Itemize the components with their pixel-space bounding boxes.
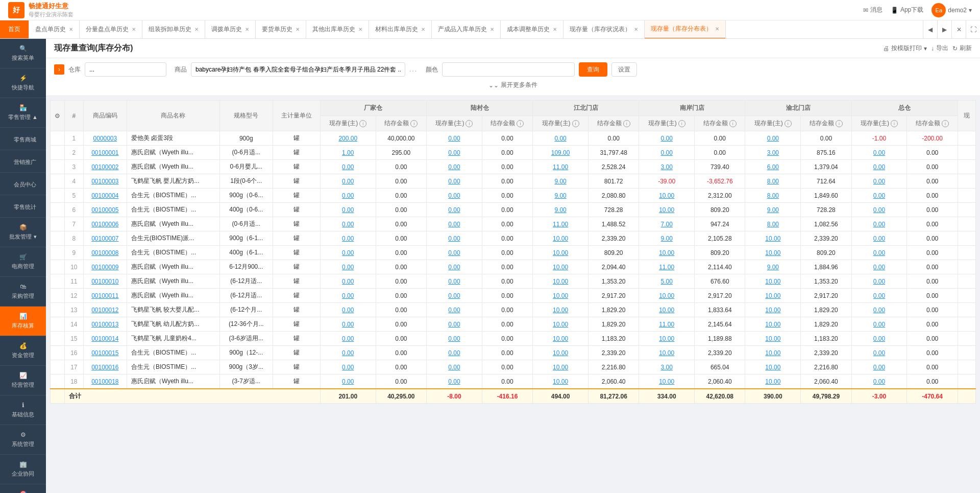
- tab-home[interactable]: 首页: [0, 20, 29, 39]
- row-na-qty[interactable]: 11.00: [639, 317, 695, 332]
- refresh-btn[interactable]: ↻ 刷新: [952, 44, 972, 53]
- row-l-qty[interactable]: 0.00: [426, 332, 482, 346]
- tab-chengbentiao[interactable]: 成本调整单历史 ✕: [501, 20, 564, 39]
- sidebar-item-purchase[interactable]: 🛍 采购管理: [0, 277, 46, 307]
- messages-btn[interactable]: ✉ 消息: [863, 6, 883, 14]
- tab-diaobo[interactable]: 调拨单历史 ✕: [205, 20, 256, 39]
- row-l-qty[interactable]: 0.00: [426, 146, 482, 160]
- row-t-qty[interactable]: 0.00: [851, 146, 907, 160]
- row-t-qty[interactable]: 0.00: [851, 346, 907, 360]
- print-btn[interactable]: 🖨 按模版打印 ▾: [883, 44, 927, 53]
- export-btn[interactable]: ↓ 导出: [931, 44, 948, 53]
- close-icon[interactable]: ✕: [132, 27, 136, 32]
- info-icon[interactable]: i: [359, 120, 366, 127]
- row-na-qty[interactable]: 7.00: [639, 217, 695, 231]
- row-l-qty[interactable]: 0.00: [426, 174, 482, 189]
- tab-pandian[interactable]: 盘点单历史 ✕: [29, 20, 80, 39]
- row-na-qty[interactable]: -39.00: [639, 174, 695, 189]
- row-na-qty[interactable]: 0.00: [639, 131, 695, 146]
- row-jb-qty[interactable]: 9.00: [533, 174, 589, 189]
- row-t-qty[interactable]: 0.00: [851, 189, 907, 203]
- info-icon[interactable]: i: [678, 120, 685, 127]
- row-code[interactable]: 00100013: [83, 317, 127, 332]
- row-jb-qty[interactable]: 0.00: [533, 131, 589, 146]
- close-icon[interactable]: ✕: [715, 26, 719, 32]
- row-t-qty[interactable]: 0.00: [851, 374, 907, 389]
- row-code[interactable]: 00100008: [83, 246, 127, 260]
- row-na-qty[interactable]: 10.00: [639, 189, 695, 203]
- close-icon[interactable]: ✕: [553, 27, 557, 32]
- color-select[interactable]: [442, 62, 575, 77]
- row-na-qty[interactable]: 0.00: [639, 146, 695, 160]
- row-jb-qty[interactable]: 10.00: [533, 274, 589, 289]
- tab-kucunzhuang[interactable]: 现存量（库存状况表） ✕: [564, 20, 645, 39]
- row-jb-qty[interactable]: 10.00: [533, 317, 589, 332]
- row-l-qty[interactable]: 0.00: [426, 374, 482, 389]
- row-f-qty[interactable]: 200.00: [320, 131, 376, 146]
- row-jb-qty[interactable]: 10.00: [533, 360, 589, 374]
- tab-close-all-btn[interactable]: ✕: [951, 20, 966, 39]
- row-yb-qty[interactable]: 8.00: [745, 217, 801, 231]
- row-na-qty[interactable]: 9.00: [639, 231, 695, 246]
- row-code[interactable]: 00100016: [83, 360, 127, 374]
- row-t-qty[interactable]: 0.00: [851, 160, 907, 174]
- sidebar-item-retail-mgr[interactable]: 🏪 零售管理 ▲: [0, 98, 46, 128]
- row-l-qty[interactable]: 0.00: [426, 189, 482, 203]
- row-na-qty[interactable]: 10.00: [639, 289, 695, 303]
- row-t-qty[interactable]: 0.00: [851, 231, 907, 246]
- user-menu[interactable]: Ea demo2 ▾: [932, 3, 972, 17]
- info-icon[interactable]: i: [517, 120, 524, 127]
- row-jb-qty[interactable]: 9.00: [533, 203, 589, 217]
- info-icon[interactable]: i: [942, 120, 949, 127]
- row-l-qty[interactable]: 0.00: [426, 317, 482, 332]
- tab-cailiaochu[interactable]: 材料出库单历史 ✕: [369, 20, 432, 39]
- info-icon[interactable]: i: [785, 120, 792, 127]
- info-icon[interactable]: i: [729, 120, 737, 127]
- close-icon[interactable]: ✕: [69, 27, 73, 32]
- sidebar-item-operation[interactable]: 📈 经营管理: [0, 366, 46, 395]
- row-yb-qty[interactable]: 3.00: [745, 146, 801, 160]
- row-f-qty[interactable]: 0.00: [320, 360, 376, 374]
- expand-filter-btn[interactable]: ⌄⌄ 展开更多条件: [488, 81, 537, 89]
- row-f-qty[interactable]: 0.00: [320, 274, 376, 289]
- row-yb-qty[interactable]: 0.00: [745, 131, 801, 146]
- row-l-qty[interactable]: 0.00: [426, 217, 482, 231]
- row-code[interactable]: 00100004: [83, 189, 127, 203]
- close-icon[interactable]: ✕: [296, 27, 300, 32]
- settings-btn[interactable]: 设置: [611, 62, 637, 77]
- row-code[interactable]: 00100018: [83, 374, 127, 389]
- row-code[interactable]: 00100003: [83, 174, 127, 189]
- warehouse-input[interactable]: [85, 62, 166, 77]
- filter-toggle-btn[interactable]: ›: [54, 64, 64, 75]
- row-code[interactable]: 00100006: [83, 217, 127, 231]
- row-l-qty[interactable]: 0.00: [426, 346, 482, 360]
- row-t-qty[interactable]: 0.00: [851, 332, 907, 346]
- row-yb-qty[interactable]: 10.00: [745, 303, 801, 317]
- row-yb-qty[interactable]: 9.00: [745, 260, 801, 274]
- row-code[interactable]: 00100014: [83, 332, 127, 346]
- row-yb-qty[interactable]: 9.00: [745, 203, 801, 217]
- row-jb-qty[interactable]: 109.00: [533, 146, 589, 160]
- row-l-qty[interactable]: 0.00: [426, 131, 482, 146]
- row-yb-qty[interactable]: 8.00: [745, 174, 801, 189]
- row-na-qty[interactable]: 10.00: [639, 203, 695, 217]
- row-na-qty[interactable]: 10.00: [639, 346, 695, 360]
- goods-input[interactable]: [191, 62, 405, 77]
- info-icon[interactable]: i: [836, 120, 843, 127]
- sidebar-item-ecommerce[interactable]: 🛒 电商管理: [0, 247, 46, 277]
- row-code[interactable]: 00100011: [83, 289, 127, 303]
- row-na-qty[interactable]: 5.00: [639, 274, 695, 289]
- row-na-qty[interactable]: 3.00: [639, 360, 695, 374]
- row-t-qty[interactable]: 0.00: [851, 260, 907, 274]
- row-na-qty[interactable]: 3.00: [639, 160, 695, 174]
- sidebar-item-quicknav[interactable]: ⚡ 快捷导航: [0, 68, 46, 98]
- info-icon[interactable]: i: [572, 120, 579, 127]
- row-jb-qty[interactable]: 10.00: [533, 332, 589, 346]
- close-icon[interactable]: ✕: [490, 27, 494, 32]
- close-icon[interactable]: ✕: [634, 27, 638, 32]
- tab-zuhe[interactable]: 组装拆卸单历史 ✕: [142, 20, 205, 39]
- tab-kucunfen[interactable]: 现存量（库存分布表） ✕: [645, 20, 726, 39]
- row-jb-qty[interactable]: 10.00: [533, 374, 589, 389]
- row-f-qty[interactable]: 0.00: [320, 189, 376, 203]
- close-icon[interactable]: ✕: [421, 27, 425, 32]
